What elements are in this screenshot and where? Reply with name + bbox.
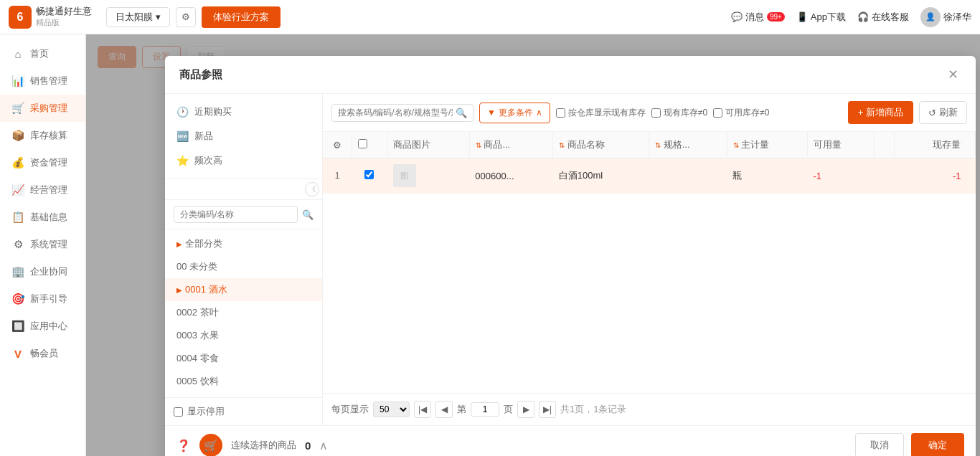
sidebar-item-sales[interactable]: 📊 销售管理 (0, 67, 85, 95)
clock-icon: 🕐 (176, 106, 189, 118)
collapse-sidebar-button[interactable]: 《 (305, 182, 319, 196)
category-search-input[interactable] (174, 206, 298, 223)
sidebar-item-apps[interactable]: 🔲 应用中心 (0, 313, 85, 340)
app-download-nav-item[interactable]: 📱 App下载 (796, 11, 846, 24)
sidebar-item-basic[interactable]: 📋 基础信息 (0, 204, 85, 231)
category-search-icon[interactable]: 🔍 (302, 209, 314, 220)
more-filter-button[interactable]: ▼ 更多条件 ∧ (479, 103, 550, 123)
tree-item-0002[interactable]: 0002 茶叶 (165, 301, 322, 324)
tree-item-0003[interactable]: 0003 水果 (165, 324, 322, 347)
frequent-nav-item[interactable]: ⭐ 频次高 (165, 148, 322, 173)
sidebar-item-home[interactable]: ⌂ 首页 (0, 40, 85, 67)
modal-body: 🕐 近期购买 🆕 新品 ⭐ 频次高 (165, 94, 976, 425)
col-name-header[interactable]: ⇅ 商品名称 (553, 132, 649, 158)
sidebar-item-operation[interactable]: 📈 经营管理 (0, 176, 85, 204)
cell-num: 1 (323, 158, 352, 194)
message-nav-item[interactable]: 💬 消息 99+ (731, 11, 785, 24)
sidebar-item-guide[interactable]: 🎯 新手引导 (0, 285, 85, 313)
product-search-icon[interactable]: 🔍 (456, 108, 467, 118)
confirm-button[interactable]: 确定 (911, 433, 964, 456)
footer-collapse-icon[interactable]: ∧ (319, 439, 328, 452)
modal-close-button[interactable]: ✕ (944, 66, 961, 83)
show-disabled-label[interactable]: 显示停用 (187, 405, 225, 418)
trial-button[interactable]: 体验行业方案 (202, 6, 281, 28)
warehouse-checkbox-label[interactable]: 按仓库显示现有库存 (556, 107, 646, 119)
product-table: ⚙ 商品图片 ⇅ 商品... ⇅ 商品名称 (323, 132, 976, 194)
sidebar-item-purchase[interactable]: 🛒 采购管理 (0, 95, 85, 122)
modal-left-bottom: 显示停用 (165, 397, 322, 425)
sort-icon-code: ⇅ (476, 141, 481, 149)
sidebar-item-member[interactable]: V 畅会员 (0, 340, 85, 367)
page-label: 第 (457, 403, 466, 416)
help-icon[interactable]: ❓ (176, 439, 191, 452)
stock-nonzero-checkbox[interactable] (651, 108, 661, 118)
current-page-input[interactable] (471, 402, 499, 417)
tree-arrow-all: ▶ (176, 240, 182, 248)
available-nonzero-checkbox-label[interactable]: 可用库存≠0 (713, 107, 769, 119)
total-info: 共1页，1条记录 (560, 403, 626, 416)
per-page-select[interactable]: 50 100 200 (373, 402, 410, 417)
sidebar-item-system[interactable]: ⚙ 系统管理 (0, 231, 85, 258)
first-page-button[interactable]: |◀ (414, 401, 431, 418)
settings-icon[interactable]: ⚙ (176, 7, 196, 27)
prev-page-button[interactable]: ◀ (435, 401, 453, 418)
col-stock-header (874, 132, 894, 158)
cell-spec (649, 158, 727, 194)
col-settings[interactable]: ⚙ (323, 132, 352, 158)
product-search-input[interactable] (338, 108, 453, 118)
tree-item-0005[interactable]: 0005 饮料 (165, 370, 322, 393)
sidebar-item-enterprise[interactable]: 🏢 企业协同 (0, 258, 85, 285)
select-all-checkbox[interactable] (358, 139, 367, 148)
col-unit-header[interactable]: ⇅ 主计量 (727, 132, 807, 158)
cart-text-label: 连续选择的商品 (231, 439, 296, 452)
user-area[interactable]: 👤 徐泽华 (920, 7, 971, 27)
guide-icon: 🎯 (11, 293, 24, 305)
online-service-nav-item[interactable]: 🎧 在线客服 (857, 11, 909, 24)
cancel-button[interactable]: 取消 (855, 433, 904, 456)
content-area: 查询 设置 刷新 商品参照 ✕ 🕐 近期购买 (86, 34, 980, 456)
product-table-wrap: ⚙ 商品图片 ⇅ 商品... ⇅ 商品名称 (323, 132, 976, 393)
cell-checkbox[interactable] (352, 158, 387, 194)
tree-item-all[interactable]: ▶ 全部分类 (165, 232, 322, 255)
modal-left-nav: 🕐 近期购买 🆕 新品 ⭐ 频次高 (165, 94, 322, 179)
modal-left-sidebar: 🕐 近期购买 🆕 新品 ⭐ 频次高 (165, 94, 323, 425)
new-product-nav-item[interactable]: 🆕 新品 (165, 124, 322, 148)
refresh-button[interactable]: ↺ 刷新 (919, 101, 967, 124)
mobile-icon: 📱 (796, 11, 808, 22)
recent-buy-nav-item[interactable]: 🕐 近期购买 (165, 100, 322, 124)
tree-item-0001[interactable]: ▶ 0001 酒水 (165, 278, 322, 301)
logo-area: 6 畅捷通好生意 精品版 (9, 6, 92, 29)
warehouse-checkbox[interactable] (556, 108, 565, 118)
logo-sub: 精品版 (36, 17, 92, 28)
sidebar-item-finance[interactable]: 💰 资金管理 (0, 149, 85, 176)
purchase-icon: 🛒 (11, 102, 24, 115)
finance-icon: 💰 (11, 156, 24, 169)
add-product-button[interactable]: + 新增商品 (848, 101, 913, 124)
col-spec-header[interactable]: ⇅ 规格... (649, 132, 727, 158)
new-icon: 🆕 (176, 130, 189, 142)
last-page-button[interactable]: ▶| (539, 401, 556, 418)
store-dropdown[interactable]: 日太阳膜 ▾ (106, 7, 170, 27)
stock-nonzero-checkbox-label[interactable]: 现有库存≠0 (651, 107, 707, 119)
cell-name: 白酒100ml (553, 158, 649, 194)
show-disabled-checkbox[interactable] (174, 407, 183, 417)
category-tree: ▶ 全部分类 00 未分类 ▶ 0001 酒水 0002 茶叶 (165, 229, 322, 397)
tree-item-00[interactable]: 00 未分类 (165, 255, 322, 278)
available-nonzero-checkbox[interactable] (713, 108, 722, 118)
tree-item-0004[interactable]: 0004 零食 (165, 347, 322, 370)
sidebar-item-inventory[interactable]: 📦 库存核算 (0, 122, 85, 149)
nav-right: 💬 消息 99+ 📱 App下载 🎧 在线客服 👤 徐泽华 (731, 7, 971, 27)
filter-icon: ▼ (487, 108, 496, 118)
table-row[interactable]: 1 图 000600... 白酒100ml 瓶 -1 (323, 158, 976, 194)
next-page-button[interactable]: ▶ (517, 401, 534, 418)
sort-icon-spec: ⇅ (655, 141, 661, 149)
member-icon: V (11, 347, 24, 360)
col-code-header[interactable]: ⇅ 商品... (469, 132, 553, 158)
basic-icon: 📋 (11, 211, 24, 224)
per-page-label: 每页显示 (331, 403, 369, 416)
col-available-header[interactable]: 可用量 (807, 132, 874, 158)
product-reference-modal: 商品参照 ✕ 🕐 近期购买 🆕 新品 (165, 56, 976, 456)
category-search-row: 🔍 (165, 200, 322, 229)
col-img-header: 商品图片 (387, 132, 470, 158)
apps-icon: 🔲 (11, 320, 24, 333)
